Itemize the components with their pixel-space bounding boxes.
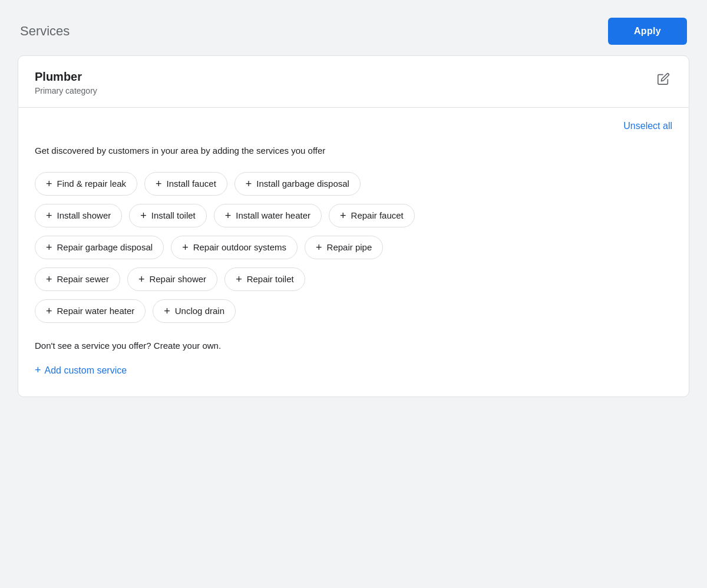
service-chip[interactable]: +Find & repair leak xyxy=(35,172,137,196)
page-container: Services Apply Plumber Primary category … xyxy=(18,18,689,397)
apply-button[interactable]: Apply xyxy=(608,18,687,45)
services-row: +Find & repair leak+Install faucet+Insta… xyxy=(35,172,672,196)
unselect-row: Unselect all xyxy=(35,120,672,133)
chip-plus-icon: + xyxy=(46,274,52,285)
add-custom-label: Add custom service xyxy=(45,365,127,376)
card: Plumber Primary category Unselect all Ge… xyxy=(18,55,689,397)
add-custom-plus-icon: + xyxy=(35,364,41,376)
services-row: +Repair sewer+Repair shower+Repair toile… xyxy=(35,267,672,291)
edit-icon-button[interactable] xyxy=(655,70,672,88)
category-sub: Primary category xyxy=(35,86,97,95)
chip-plus-icon: + xyxy=(246,179,252,189)
service-chip[interactable]: +Repair toilet xyxy=(224,267,305,291)
chip-plus-icon: + xyxy=(316,242,322,253)
chip-plus-icon: + xyxy=(236,274,242,285)
chip-plus-icon: + xyxy=(140,210,147,221)
service-chip[interactable]: +Install garbage disposal xyxy=(234,172,361,196)
category-name: Plumber xyxy=(35,70,97,84)
chip-label: Repair faucet xyxy=(351,210,404,220)
services-row: +Install shower+Install toilet+Install w… xyxy=(35,204,672,227)
service-chip[interactable]: +Repair faucet xyxy=(329,204,415,227)
service-chip[interactable]: +Install toilet xyxy=(129,204,207,227)
chip-label: Install water heater xyxy=(236,210,310,220)
chip-label: Find & repair leak xyxy=(57,179,127,189)
services-grid: +Find & repair leak+Install faucet+Insta… xyxy=(35,172,672,323)
service-chip[interactable]: +Unclog drain xyxy=(153,299,236,323)
chip-plus-icon: + xyxy=(225,210,232,221)
unselect-all-button[interactable]: Unselect all xyxy=(623,120,672,133)
chip-label: Unclog drain xyxy=(175,306,224,316)
chip-label: Repair sewer xyxy=(57,274,109,284)
page-title: Services xyxy=(20,24,70,39)
chip-label: Install garbage disposal xyxy=(256,179,349,189)
chip-label: Install shower xyxy=(57,210,111,220)
description-text: Get discovered by customers in your area… xyxy=(35,144,672,158)
card-header-text: Plumber Primary category xyxy=(35,70,97,95)
card-body: Unselect all Get discovered by customers… xyxy=(18,108,689,397)
chip-plus-icon: + xyxy=(182,242,189,253)
chip-plus-icon: + xyxy=(156,179,162,189)
service-chip[interactable]: +Repair pipe xyxy=(305,236,383,259)
service-chip[interactable]: +Repair outdoor systems xyxy=(171,236,298,259)
service-chip[interactable]: +Repair water heater xyxy=(35,299,146,323)
chip-label: Repair shower xyxy=(149,274,206,284)
chip-label: Install toilet xyxy=(151,210,196,220)
chip-plus-icon: + xyxy=(46,179,52,189)
add-custom-service-button[interactable]: + Add custom service xyxy=(35,363,127,378)
chip-label: Install faucet xyxy=(167,179,216,189)
service-chip[interactable]: +Repair shower xyxy=(127,267,217,291)
chip-plus-icon: + xyxy=(340,210,346,221)
chip-label: Repair garbage disposal xyxy=(57,242,153,252)
services-row: +Repair garbage disposal+Repair outdoor … xyxy=(35,236,672,259)
chip-plus-icon: + xyxy=(138,274,145,285)
no-service-text: Don't see a service you offer? Create yo… xyxy=(35,339,672,353)
pencil-icon xyxy=(657,72,670,85)
service-chip[interactable]: +Install shower xyxy=(35,204,122,227)
service-chip[interactable]: +Repair sewer xyxy=(35,267,120,291)
chip-plus-icon: + xyxy=(164,306,170,316)
chip-plus-icon: + xyxy=(46,306,52,316)
chip-label: Repair toilet xyxy=(247,274,294,284)
service-chip[interactable]: +Install water heater xyxy=(214,204,322,227)
chip-plus-icon: + xyxy=(46,242,52,253)
services-row: +Repair water heater+Unclog drain xyxy=(35,299,672,323)
chip-plus-icon: + xyxy=(46,210,52,221)
service-chip[interactable]: +Repair garbage disposal xyxy=(35,236,164,259)
chip-label: Repair water heater xyxy=(57,306,135,316)
chip-label: Repair outdoor systems xyxy=(193,242,286,252)
card-header: Plumber Primary category xyxy=(18,56,689,107)
header-row: Services Apply xyxy=(18,18,689,45)
chip-label: Repair pipe xyxy=(327,242,372,252)
service-chip[interactable]: +Install faucet xyxy=(144,172,227,196)
